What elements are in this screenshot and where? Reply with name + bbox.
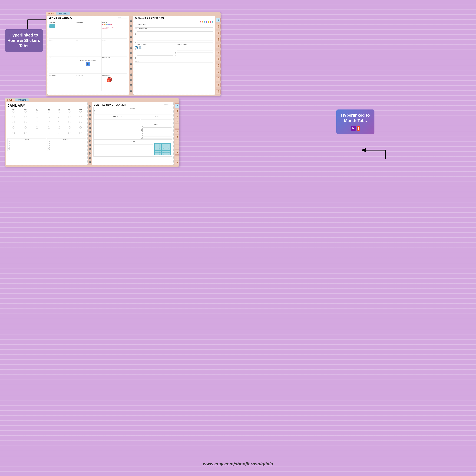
side-tab-jan[interactable]: JAN xyxy=(216,18,221,22)
month-name-mar: MARCH xyxy=(102,22,127,23)
planner-bottom: HOME STICKERS JANUARY MON TUE WED THU FR… xyxy=(5,98,179,167)
arrow-bottom xyxy=(358,144,390,160)
annotation-box-top: Hyperlinked to Home & Stickers Tabs xyxy=(5,29,43,52)
tab-home-bottom[interactable]: HOME xyxy=(5,98,15,102)
todo-cb-6 xyxy=(141,137,171,139)
side-tab-b-nov[interactable]: N xyxy=(175,155,179,160)
goal-checkbox-4 xyxy=(135,36,213,38)
place-cb-2 xyxy=(135,51,173,53)
ring-14 xyxy=(130,90,132,92)
side-tab-aug[interactable]: AUG xyxy=(216,63,221,68)
goals-section-mgp: GOALS 1. 2. 3. xyxy=(93,107,172,115)
month-november: NOVEMBER xyxy=(75,74,101,91)
day-sat: SAT xyxy=(64,108,75,110)
spiral-top xyxy=(130,13,133,95)
page-year-ahead: MY YEAR AHEAD YEAR JANUARY TICKET FEBRUA… xyxy=(47,16,129,95)
notes-area-top xyxy=(135,62,213,70)
steps-header: STEPS TO TAKE xyxy=(94,115,141,117)
personal-cb-5 xyxy=(48,148,85,150)
annotation-box-bottom: Hyperlinked to Month Tabs N | xyxy=(336,109,374,134)
notes-header-mgp: NOTES xyxy=(94,140,172,142)
side-tab-apr[interactable]: APR xyxy=(216,37,221,42)
todo-cb-3 xyxy=(141,130,171,132)
school-holidays-note: Keep clear for school holidays xyxy=(76,60,101,61)
month-name-may: MAY xyxy=(76,39,101,41)
key-objective-label: KEY OBJECTIVE xyxy=(135,24,213,25)
year-grid: JANUARY TICKET FEBRUARY MARCH Mom's Birt… xyxy=(49,21,127,91)
side-tab-b-dec[interactable]: D xyxy=(175,161,179,165)
month-name-aug: AUGUST xyxy=(76,57,101,58)
notes-content-mgp xyxy=(94,142,172,156)
side-tab-b-mar[interactable]: M xyxy=(175,114,179,118)
side-tab-jul[interactable]: JUL xyxy=(216,57,221,61)
goal-item-2: 2. xyxy=(94,111,171,113)
todo-cb-5 xyxy=(141,135,171,136)
goals-header: GOALS xyxy=(94,107,172,109)
side-tab-b-apr[interactable]: A xyxy=(175,119,179,123)
year-label: YEAR xyxy=(118,17,127,19)
birthday-note: Mom's Birthday 9th xyxy=(102,27,114,29)
side-tab-b-sep[interactable]: S xyxy=(175,145,179,150)
work-label: WORK xyxy=(8,139,46,140)
side-tab-dec[interactable]: DEC xyxy=(216,89,221,94)
tab-stickers-top[interactable]: STICKERS xyxy=(56,12,70,15)
day-thu: THU xyxy=(43,108,54,110)
side-tab-mar[interactable]: MA xyxy=(216,31,221,35)
side-tab-b-jan[interactable]: JA xyxy=(175,103,179,108)
month-name-jun: JUNE xyxy=(102,39,127,41)
side-tab-b-jun[interactable]: JU xyxy=(175,130,179,134)
work-cb-2 xyxy=(8,143,46,144)
month-name-sep: SEPTEMBER xyxy=(102,57,127,58)
planner-top: HOME STICKERS MY YEAR AHEAD YEAR JANUARY… xyxy=(46,12,221,96)
passport-sticker: 📘 xyxy=(86,62,90,66)
mgp-title: MONTHLY GOAL PLANNER xyxy=(93,104,126,106)
todo-content xyxy=(141,125,172,139)
page-monthly-goal: MONTHLY GOAL PLANNER MONTH GOALS 1. 2. 3… xyxy=(92,102,174,165)
todo-cb-4 xyxy=(141,132,171,134)
budget-header: BUDGET xyxy=(141,115,172,117)
side-tab-oct[interactable]: OCT xyxy=(216,76,221,81)
footer: www.etsy.com/shop/fernsdigitals xyxy=(0,461,476,466)
side-tab-sep[interactable]: SEP xyxy=(216,70,221,74)
work-cb-1 xyxy=(8,141,46,142)
month-september: SEPTEMBER xyxy=(102,56,127,74)
steps-section: STEPS TO TAKE xyxy=(93,115,141,140)
tab-home-top[interactable]: HOME xyxy=(46,12,56,15)
todo-header: TO DO xyxy=(141,123,172,125)
notes-section-mgp: NOTES xyxy=(93,140,172,157)
side-tab-feb[interactable]: FEB xyxy=(216,24,221,29)
onenote-icon: N | xyxy=(339,125,372,131)
goal-item-1: 1. xyxy=(94,110,171,111)
budget-todo-col: BUDGET TO DO xyxy=(141,115,172,140)
page-goals: GOALS CHECKLIST FOR YEAR__________ KEY O… xyxy=(133,16,215,95)
key-objective-line xyxy=(135,25,213,28)
work-personal-section: WORK PERSONAL xyxy=(7,138,86,151)
side-tab-may[interactable]: MA xyxy=(216,44,221,48)
people-cb-4 xyxy=(175,55,213,57)
tab-stickers-bottom[interactable]: STICKERS xyxy=(15,98,29,102)
place-cb-4 xyxy=(135,56,173,58)
side-tab-b-may[interactable]: M xyxy=(175,124,179,129)
calendar-table: MON TUE WED THU FRI SAT SUN xyxy=(7,108,86,137)
side-tab-b-feb[interactable]: FE xyxy=(175,109,179,113)
side-tab-nov[interactable]: NO xyxy=(216,83,221,87)
month-june: JUNE xyxy=(102,39,127,56)
page-january: JANUARY MON TUE WED THU FRI SAT SUN xyxy=(6,102,87,165)
planner-top-tabs: HOME STICKERS xyxy=(46,12,70,15)
side-tab-b-aug[interactable]: A xyxy=(175,140,179,144)
year-ahead-title: MY YEAR AHEAD xyxy=(49,17,72,20)
side-tab-b-oct[interactable]: O xyxy=(175,150,179,154)
work-section: WORK xyxy=(7,138,46,151)
budget-section: BUDGET xyxy=(141,115,172,123)
month-july: JULY xyxy=(49,56,75,74)
people-cb-3 xyxy=(175,53,213,55)
cal-row-3 xyxy=(7,121,86,126)
cal-row-4 xyxy=(7,126,86,132)
day-wed: WED xyxy=(31,108,43,110)
goals-two-col: PLACES TO VISIT ✈️🏦 PEOPLE TO MEET xyxy=(135,44,213,60)
side-tab-jun[interactable]: JUN xyxy=(216,50,221,55)
ring-10 xyxy=(130,68,132,70)
ring-13 xyxy=(130,84,132,86)
work-cb-5 xyxy=(8,148,46,150)
side-tab-b-jul[interactable]: JU xyxy=(175,135,179,139)
